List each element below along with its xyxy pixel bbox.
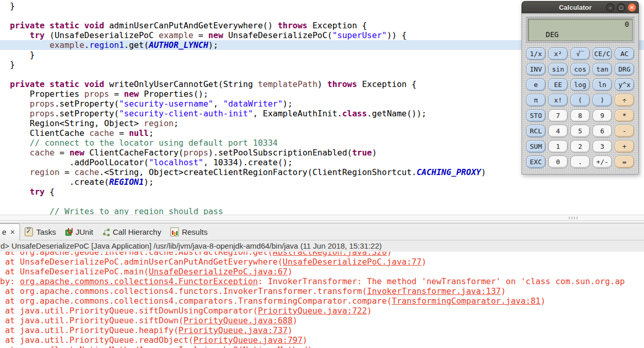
- calc-button-log[interactable]: log: [570, 78, 590, 91]
- console-line: at org.apache.commons.collections4.funct…: [0, 286, 644, 296]
- stack-trace-link[interactable]: UnsafeDeserializePoC.java:67: [149, 267, 288, 276]
- calc-button-subtract[interactable]: -: [615, 125, 634, 137]
- console-line: at java.util.PriorityQueue.siftDown(Prio…: [0, 316, 644, 325]
- calc-button-square[interactable]: x²: [548, 47, 568, 60]
- window-controls: –▢✕: [606, 3, 638, 12]
- calculator-body: 0 DEG 1/xx²√‾CE/CACINVsincostanDRGeEElog…: [521, 13, 639, 175]
- console-line: at java.util.PriorityQueue.readObject(Pr…: [0, 335, 644, 345]
- calc-button-ln[interactable]: ln: [593, 78, 612, 91]
- console-tabbar: e✕TasksJUnitCall HierarchyResults: [0, 223, 644, 240]
- code-line: [0, 197, 644, 206]
- close-button[interactable]: ✕: [628, 3, 636, 12]
- tab-junit[interactable]: JUnit: [61, 223, 98, 240]
- minimize-button[interactable]: –: [606, 3, 615, 12]
- tasks-icon: [25, 228, 33, 236]
- calc-button-store[interactable]: STO: [526, 109, 546, 122]
- calc-button-4[interactable]: 4: [548, 125, 568, 137]
- calc-button-6[interactable]: 6: [593, 125, 612, 137]
- calculator-title: Calculator: [522, 4, 606, 11]
- tab-console-clipped[interactable]: e✕: [0, 223, 20, 240]
- console-line: at UnsafeDeserializePoC.main(UnsafeDeser…: [0, 267, 644, 276]
- calc-button-divide[interactable]: ÷: [615, 94, 634, 107]
- console-launch-header: d> UnsafeDeserializePoC [Java Applicatio…: [0, 240, 644, 252]
- calc-button-7[interactable]: 7: [548, 109, 568, 122]
- calc-button-paren-open[interactable]: (: [570, 94, 590, 107]
- stack-trace-link[interactable]: AbstractRegion.java:320: [273, 252, 387, 257]
- calculator-display-frame: 0 DEG: [526, 17, 634, 43]
- calc-button-tan[interactable]: tan: [593, 63, 612, 76]
- stack-trace-link[interactable]: UnsafeDeserializePoC.java:77: [283, 257, 422, 267]
- tab-results[interactable]: Results: [166, 223, 212, 240]
- console-line: at org.apache.commons.collections4.compa…: [0, 296, 644, 306]
- calc-button-decimal[interactable]: .: [570, 155, 590, 168]
- calculator-titlebar[interactable]: Calculator –▢✕: [521, 1, 639, 13]
- calc-button-e[interactable]: e: [526, 78, 546, 91]
- calc-button-exchange[interactable]: EXC: [526, 155, 546, 168]
- junit-icon: [65, 228, 73, 236]
- close-icon[interactable]: ✕: [10, 229, 15, 236]
- calc-button-inverse[interactable]: INV: [526, 63, 546, 76]
- console-line: at UnsafeDeserializePoC.adminUserCanPutA…: [0, 257, 644, 267]
- maximize-button[interactable]: ▢: [617, 3, 625, 12]
- console-output[interactable]: at org.apache.geode.internal.cache.Abstr…: [0, 252, 644, 348]
- calc-button-plus-minus[interactable]: +/-: [593, 155, 612, 168]
- stack-trace-link[interactable]: TransformingComparator.java:81: [392, 296, 541, 306]
- code-line: .create(REGION1);: [0, 177, 644, 187]
- calc-button-5[interactable]: 5: [570, 125, 590, 137]
- calc-button-all-clear[interactable]: AC: [615, 47, 634, 60]
- calculator-display: 0 DEG: [528, 19, 633, 41]
- calc-button-ee[interactable]: EE: [548, 78, 568, 91]
- calc-button-multiply[interactable]: *: [615, 109, 634, 122]
- calc-button-reciprocal[interactable]: 1/x: [526, 47, 546, 60]
- calc-button-drg[interactable]: DRG: [615, 63, 634, 76]
- calc-button-clear-entry[interactable]: CE/C: [593, 47, 612, 60]
- code-line: try {: [0, 187, 644, 197]
- stack-trace-link[interactable]: PriorityQueue.java:688: [183, 316, 292, 325]
- calc-button-equals[interactable]: =: [615, 155, 634, 168]
- editor-horizontal-scrollbar[interactable]: [0, 215, 644, 221]
- stack-trace-link[interactable]: PriorityQueue.java:722: [258, 306, 367, 316]
- calc-button-paren-close[interactable]: ): [593, 94, 612, 107]
- console-output-lines: at org.apache.geode.internal.cache.Abstr…: [0, 252, 644, 348]
- calc-button-2[interactable]: 2: [570, 140, 590, 153]
- tab-tasks[interactable]: Tasks: [20, 223, 60, 240]
- console-panel: e✕TasksJUnitCall HierarchyResults d> Uns…: [0, 223, 644, 348]
- tab-label: Call Hierarchy: [113, 228, 161, 236]
- tab-label: Results: [182, 228, 207, 236]
- console-line: at java.util.PriorityQueue.heapify(Prior…: [0, 325, 644, 335]
- calc-button-cos[interactable]: cos: [570, 63, 590, 76]
- console-line: at java.util.PriorityQueue.siftDownUsing…: [0, 306, 644, 316]
- calc-button-add[interactable]: +: [615, 140, 634, 153]
- tab-label: e: [2, 228, 6, 236]
- calc-button-8[interactable]: 8: [570, 109, 590, 122]
- calculator-keypad: 1/xx²√‾CE/CACINVsincostanDRGeEEloglny^xπ…: [526, 47, 634, 168]
- scrollbar-grip[interactable]: [569, 217, 579, 219]
- calc-button-pi[interactable]: π: [526, 94, 546, 107]
- calc-button-sin[interactable]: sin: [548, 63, 568, 76]
- calculator-window: Calculator –▢✕ 0 DEG 1/xx²√‾CE/CACINVsin…: [521, 1, 639, 175]
- calc-button-9[interactable]: 9: [593, 109, 612, 122]
- stack-trace-link[interactable]: PriorityQueue.java:737: [179, 325, 288, 335]
- results-icon: [170, 228, 179, 236]
- stack-trace-link[interactable]: InvokerTransformer.java:137: [367, 286, 501, 296]
- stack-trace-link[interactable]: PriorityQueue.java:797: [194, 335, 303, 345]
- calc-button-sqrt[interactable]: √‾: [570, 47, 590, 60]
- calc-button-0[interactable]: 0: [548, 155, 568, 168]
- console-line: at org.apache.geode.internal.cache.Abstr…: [0, 252, 644, 257]
- display-mode: DEG: [531, 30, 629, 39]
- stack-trace-link[interactable]: org.apache.commons.collections4.FunctorE…: [20, 276, 258, 286]
- calc-button-recall[interactable]: RCL: [526, 125, 546, 137]
- calc-button-factorial[interactable]: x!: [548, 94, 568, 107]
- calc-button-sum[interactable]: SUM: [526, 140, 546, 153]
- calc-button-3[interactable]: 3: [593, 140, 612, 153]
- tab-label: Tasks: [36, 228, 56, 236]
- calc-button-1[interactable]: 1: [548, 140, 568, 153]
- call-hierarchy-icon: [102, 228, 110, 236]
- tab-call-hierarchy[interactable]: Call Hierarchy: [98, 223, 166, 240]
- display-value: 0: [531, 20, 629, 28]
- tab-label: JUnit: [76, 228, 93, 236]
- code-line: // Writes to any region should pass: [0, 206, 644, 215]
- calc-button-power[interactable]: y^x: [615, 78, 634, 91]
- console-line: at sun.reflect.NativeMethodAccessorImpl.…: [0, 345, 644, 348]
- console-line: by: org.apache.commons.collections4.Func…: [0, 276, 644, 286]
